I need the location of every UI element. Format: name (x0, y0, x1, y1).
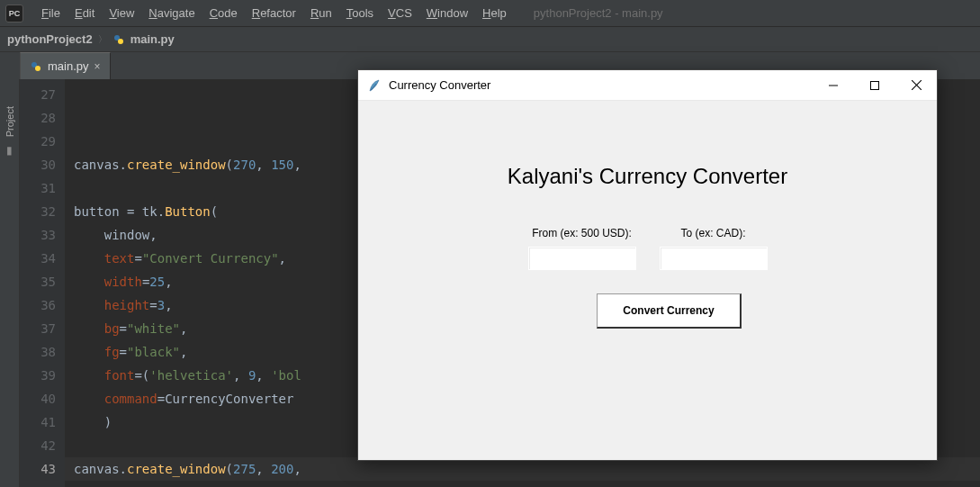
tab-label: main.py (48, 59, 89, 73)
code-line[interactable] (74, 176, 971, 200)
code-line[interactable]: height=3, (74, 293, 971, 317)
menu-tools[interactable]: Tools (339, 3, 381, 23)
code-line[interactable]: width=25, (74, 270, 971, 293)
window-title: pythonProject2 - main.py (534, 6, 663, 20)
dialog-title-bar[interactable]: Currency Converter (358, 70, 937, 101)
minimize-button[interactable] (813, 70, 854, 101)
code-line[interactable]: window, (74, 223, 971, 247)
menu-refactor[interactable]: Refactor (245, 3, 303, 23)
svg-point-3 (35, 66, 40, 71)
menu-run[interactable]: Run (303, 3, 339, 23)
code-line[interactable]: fg="black", (74, 340, 971, 364)
python-file-icon (30, 60, 42, 73)
dialog-title: Currency Converter (389, 78, 813, 92)
breadcrumb-project[interactable]: pythonProject2 (7, 32, 93, 46)
close-button[interactable] (895, 70, 937, 101)
svg-point-1 (118, 39, 123, 44)
close-icon[interactable]: × (94, 60, 101, 73)
code-line[interactable]: text="Convert Currency", (74, 247, 971, 270)
code-line[interactable]: canvas.create_window(270, 150, (74, 153, 971, 176)
tk-feather-icon (367, 78, 382, 93)
menu-view[interactable]: View (102, 3, 141, 23)
code-line[interactable] (74, 434, 971, 457)
menu-file[interactable]: File (34, 3, 67, 23)
menu-edit[interactable]: Edit (67, 3, 102, 23)
menu-window[interactable]: Window (419, 3, 475, 23)
chevron-right-icon: 〉 (98, 33, 107, 46)
line-gutter: 2728293031323334353637383940414243 (20, 79, 65, 487)
menu-bar: PC FileEditViewNavigateCodeRefactorRunTo… (0, 0, 980, 27)
project-tool-button[interactable]: Project (4, 106, 15, 137)
menu-help[interactable]: Help (475, 3, 514, 23)
tool-window-bar: Project ▮ (0, 79, 20, 487)
code-line[interactable]: font=('helvetica', 9, 'bol (74, 364, 971, 387)
code-line[interactable]: button = tk.Button( (74, 200, 971, 223)
code-line[interactable]: canvas.create_window(275, 200, (74, 457, 971, 481)
app-icon: PC (5, 5, 23, 23)
code-line[interactable]: ) (74, 410, 971, 434)
maximize-button[interactable] (854, 70, 895, 101)
menu-code[interactable]: Code (202, 3, 245, 23)
svg-rect-6 (871, 81, 879, 89)
folder-icon: ▮ (6, 144, 13, 157)
code-line[interactable]: bg="white", (74, 317, 971, 340)
breadcrumb-file[interactable]: main.py (130, 32, 175, 46)
code-line[interactable] (74, 481, 971, 487)
code-line[interactable]: command=CurrencyConverter (74, 387, 971, 410)
menu-vcs[interactable]: VCS (381, 3, 419, 23)
python-file-icon (112, 33, 125, 46)
editor-tab[interactable]: main.py × (20, 52, 111, 79)
menu-navigate[interactable]: Navigate (141, 3, 202, 23)
breadcrumb: pythonProject2 〉 main.py (0, 27, 980, 52)
